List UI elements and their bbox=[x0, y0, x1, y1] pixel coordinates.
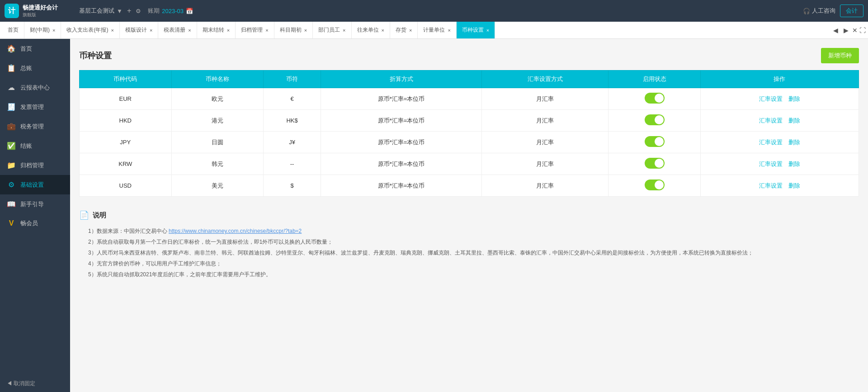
rate-setting-link-2[interactable]: 汇率设置 bbox=[759, 139, 783, 146]
tab-archive[interactable]: 归档管理 × bbox=[236, 22, 274, 39]
tab-finance-mid[interactable]: 财(中期) × bbox=[24, 22, 61, 39]
tab-prev-button[interactable]: ◀ bbox=[831, 27, 840, 34]
tab-tax-table-label: 税表清册 bbox=[164, 26, 185, 34]
tab-archive-close[interactable]: × bbox=[265, 28, 268, 33]
rate-setting-link-3[interactable]: 汇率设置 bbox=[759, 161, 783, 167]
delete-link-3[interactable]: 删除 bbox=[788, 161, 800, 167]
page-title: 币种设置 bbox=[79, 50, 112, 61]
tab-tax-table[interactable]: 税表清册 × bbox=[158, 22, 197, 39]
sidebar-item-checkout[interactable]: ✅ 结账 bbox=[0, 136, 70, 156]
tab-template[interactable]: 模版设计 × bbox=[120, 22, 158, 39]
table-row: EUR 欧元 € 原币*汇率=本位币 月汇率 汇率设置 删除 bbox=[80, 88, 859, 110]
notes-list: 1）数据来源：中国外汇交易中心 https://www.chinamoney.c… bbox=[79, 226, 859, 280]
tab-finance-mid-close[interactable]: × bbox=[52, 28, 55, 33]
table-row: USD 美元 $ 原币*汇率=本位币 月汇率 汇率设置 删除 bbox=[80, 175, 859, 197]
workspace-area: 基层工会测试 ▼ + ⚙ 账期 2023-03 📅 bbox=[75, 7, 803, 15]
toggle-enabled-3[interactable] bbox=[645, 158, 665, 169]
sidebar-item-checkout-label: 结账 bbox=[20, 142, 32, 150]
home-icon: 🏠 bbox=[7, 44, 16, 53]
cell-status-0 bbox=[609, 88, 701, 110]
tab-inventory-close[interactable]: × bbox=[409, 28, 412, 33]
col-header-calc: 折算方式 bbox=[321, 71, 482, 88]
archive-icon: 📁 bbox=[7, 161, 16, 170]
tab-next-button[interactable]: ▶ bbox=[842, 27, 850, 34]
cell-code-1: HKD bbox=[80, 110, 172, 132]
tab-contacts[interactable]: 往来单位 × bbox=[352, 22, 390, 39]
sidebar-item-settings[interactable]: ⚙ 基础设置 bbox=[0, 175, 70, 194]
sidebar-pin-toggle[interactable]: ◀ 取消固定 bbox=[0, 375, 70, 392]
logo-text: 畅捷通好会计 旗舰版 bbox=[23, 4, 58, 18]
tab-contacts-label: 往来单位 bbox=[357, 26, 379, 34]
tab-period-end[interactable]: 期末结转 × bbox=[197, 22, 236, 39]
rate-setting-link-0[interactable]: 汇率设置 bbox=[759, 95, 783, 102]
calendar-icon[interactable]: 📅 bbox=[186, 8, 193, 14]
sidebar-item-vip[interactable]: V 畅会员 bbox=[0, 214, 70, 233]
tab-contacts-close[interactable]: × bbox=[382, 28, 384, 33]
notes-icon: 📄 bbox=[79, 210, 89, 220]
header-right: 🎧 人工咨询 会计 bbox=[803, 5, 863, 17]
notes-link[interactable]: https://www.chinamoney.com.cn/chinese/bk… bbox=[169, 228, 302, 234]
tab-unit[interactable]: 计量单位 × bbox=[418, 22, 456, 39]
cell-symbol-2: J¥ bbox=[264, 132, 321, 153]
tab-tax-table-close[interactable]: × bbox=[188, 28, 191, 33]
account-button[interactable]: 会计 bbox=[840, 5, 863, 17]
sidebar-item-archive[interactable]: 📁 归档管理 bbox=[0, 156, 70, 175]
toggle-enabled-2[interactable] bbox=[645, 136, 665, 147]
tab-currency[interactable]: 币种设置 × bbox=[457, 22, 495, 39]
tab-income-annual[interactable]: 收入支出表(年报) × bbox=[61, 22, 119, 39]
sidebar-item-invoice[interactable]: 🧾 发票管理 bbox=[0, 97, 70, 117]
tab-subject-init-close[interactable]: × bbox=[304, 28, 307, 33]
toggle-enabled-4[interactable] bbox=[645, 179, 665, 190]
delete-link-4[interactable]: 删除 bbox=[788, 182, 800, 189]
delete-link-0[interactable]: 删除 bbox=[788, 95, 800, 102]
sidebar-item-settings-label: 基础设置 bbox=[20, 181, 44, 189]
tab-finance-mid-label: 财(中期) bbox=[30, 26, 50, 34]
sidebar-item-home[interactable]: 🏠 首页 bbox=[0, 39, 70, 58]
cell-symbol-0: € bbox=[264, 88, 321, 110]
sidebar-item-cloud-report[interactable]: ☁ 云报表中心 bbox=[0, 78, 70, 97]
sidebar-item-tax[interactable]: 💼 税务管理 bbox=[0, 117, 70, 136]
toggle-enabled-0[interactable] bbox=[645, 93, 665, 104]
tab-inventory[interactable]: 存货 × bbox=[390, 22, 418, 39]
workspace-add-button[interactable]: + bbox=[127, 7, 131, 15]
rate-setting-link-1[interactable]: 汇率设置 bbox=[759, 117, 783, 124]
cell-calc-0: 原币*汇率=本位币 bbox=[321, 88, 482, 110]
tab-home-label: 首页 bbox=[8, 26, 19, 34]
cell-rate-method-2: 月汇率 bbox=[482, 132, 609, 153]
toggle-enabled-1[interactable] bbox=[645, 114, 665, 125]
notes-title: 说明 bbox=[93, 211, 106, 220]
logo-icon: 计 bbox=[5, 4, 19, 18]
tab-template-close[interactable]: × bbox=[150, 28, 152, 33]
tab-archive-label: 归档管理 bbox=[241, 26, 263, 34]
sidebar-item-guide[interactable]: 📖 新手引导 bbox=[0, 194, 70, 214]
cell-status-1 bbox=[609, 110, 701, 132]
tab-currency-close[interactable]: × bbox=[486, 28, 489, 33]
window-maximize-button[interactable]: ⛶ bbox=[859, 27, 866, 34]
tab-period-end-close[interactable]: × bbox=[227, 28, 230, 33]
window-close-button[interactable]: ✕ bbox=[852, 27, 858, 34]
help-button[interactable]: 🎧 人工咨询 bbox=[803, 7, 835, 15]
tab-income-annual-label: 收入支出表(年报) bbox=[66, 26, 108, 34]
cell-symbol-3: -- bbox=[264, 153, 321, 175]
workspace-settings-icon[interactable]: ⚙ bbox=[136, 8, 141, 14]
tab-home[interactable]: 首页 bbox=[2, 22, 24, 39]
cell-name-0: 欧元 bbox=[171, 88, 264, 110]
notes-item: 2）系统自动获取每月第一个工作日的汇率标价，统一为直接标价法，即1外币可以兑换的… bbox=[79, 236, 859, 247]
notes-item: 4）无官方牌价的币种，可以用用户手工维护汇率信息； bbox=[79, 258, 859, 269]
tab-subject-init[interactable]: 科目期初 × bbox=[274, 22, 313, 39]
cell-status-3 bbox=[609, 153, 701, 175]
delete-link-1[interactable]: 删除 bbox=[788, 117, 800, 124]
cell-actions-2: 汇率设置 删除 bbox=[700, 132, 859, 153]
help-label: 人工咨询 bbox=[812, 7, 835, 15]
tab-dept-employee-close[interactable]: × bbox=[343, 28, 345, 33]
tab-income-annual-close[interactable]: × bbox=[111, 28, 113, 33]
sidebar-item-ledger[interactable]: 📋 总账 bbox=[0, 58, 70, 78]
tab-unit-close[interactable]: × bbox=[448, 28, 450, 33]
workspace-dropdown-icon[interactable]: ▼ bbox=[117, 8, 123, 14]
new-currency-button[interactable]: 新增币种 bbox=[821, 48, 859, 63]
rate-setting-link-4[interactable]: 汇率设置 bbox=[759, 182, 783, 189]
tab-dept-employee-label: 部门员工 bbox=[318, 26, 340, 34]
delete-link-2[interactable]: 删除 bbox=[788, 139, 800, 146]
cell-rate-method-4: 月汇率 bbox=[482, 175, 609, 197]
tab-dept-employee[interactable]: 部门员工 × bbox=[313, 22, 351, 39]
